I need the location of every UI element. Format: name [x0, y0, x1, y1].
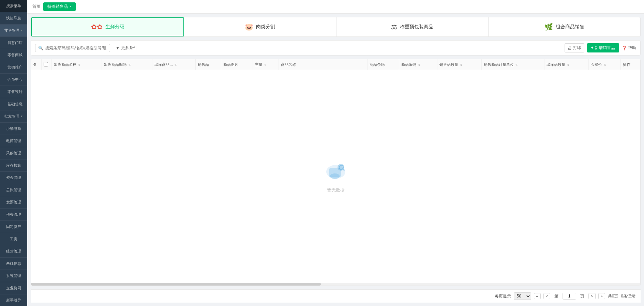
sidebar-item-label: 会员中心 [8, 77, 23, 82]
print-label: 打印 [573, 45, 581, 51]
horizontal-scrollbar[interactable] [31, 283, 640, 286]
sidebar-item-newbie-guide[interactable]: 新手引导 [0, 294, 27, 306]
filter-icon: ▼ [116, 46, 120, 50]
per-page-select[interactable]: 50 20 100 [514, 292, 531, 300]
sidebar-item-mini-ecom[interactable]: 小畅电商 [0, 123, 27, 135]
scrollbar-thumb[interactable] [31, 283, 321, 286]
sidebar-item-wages[interactable]: 工资 [0, 233, 27, 245]
sidebar-item-system-manage[interactable]: 系统管理 [0, 270, 27, 282]
arrow-icon: ▼ [20, 115, 23, 118]
th-sale-unit: 销售商品计量单位 ⇅ [482, 59, 544, 70]
page-input[interactable] [563, 293, 576, 300]
last-page-btn[interactable]: » [598, 293, 605, 299]
sidebar-logo[interactable]: 搜索菜单 [0, 0, 27, 12]
sidebar-item-label: 系统管理 [6, 273, 21, 278]
cat-tab-label: 肉类分割 [256, 24, 275, 30]
th-checkbox[interactable] [41, 59, 51, 70]
sidebar-item-retail-stats[interactable]: 零售统计 [0, 86, 27, 98]
sidebar-item-wholesale-manage[interactable]: 批发管理 ▼ [0, 110, 27, 123]
sort-icon[interactable]: ⇅ [418, 63, 420, 66]
th-main-weight: 主量 ⇅ [253, 59, 279, 70]
home-breadcrumb[interactable]: 首页 [32, 4, 41, 10]
active-tab-label: 特殊销售品 [47, 4, 68, 10]
prev-page-btn[interactable]: < [543, 293, 550, 299]
sidebar-item-inventory[interactable]: 库存核算 [0, 159, 27, 172]
help-btn[interactable]: ❓ 帮助 [622, 45, 636, 51]
sidebar-item-general-ledger[interactable]: 总账管理 [0, 184, 27, 196]
cat-tab-weigh-pack[interactable]: ⚖ 称重预包装商品 [336, 17, 489, 36]
th-source-spec: 出库商品... ⇅ [152, 59, 196, 70]
sidebar-item-label: 总账管理 [6, 187, 21, 193]
sort-icon[interactable]: ⇅ [567, 63, 569, 66]
sidebar-item-basic-info[interactable]: 基础信息 [0, 98, 27, 110]
sidebar-item-label: 库存核算 [6, 163, 21, 168]
sort-icon[interactable]: ⇅ [175, 63, 177, 66]
cat-tab-meat-cut[interactable]: 🐷 肉类分割 [184, 17, 336, 36]
sidebar-item-label: 工资 [10, 236, 17, 242]
sidebar-item-label: 发票管理 [6, 200, 21, 205]
sidebar-item-ecom-manage[interactable]: 电商管理 [0, 135, 27, 147]
sort-icon[interactable]: ⇅ [129, 63, 131, 66]
sidebar-item-retail-manage[interactable]: 零售管理 ▲ [0, 25, 27, 37]
sort-icon[interactable]: ⇅ [604, 63, 606, 66]
sidebar-item-label: 资金管理 [6, 175, 21, 180]
sidebar-item-label: 新手引导 [6, 298, 21, 303]
sidebar-item-label: 基础信息 [8, 102, 23, 107]
sidebar-item-basic-info2[interactable]: 基础信息 [0, 258, 27, 270]
sidebar-item-retail-mall[interactable]: 零售商城 [0, 49, 27, 61]
th-source-code: 出库商品编码 ⇅ [102, 59, 152, 70]
sidebar-item-label: 基础信息 [6, 261, 21, 266]
main-area: 首页 特殊销售品 × ✿✿ 生鲜分级 🐷 肉类分割 ⚖ 称重预包装商品 🌿 组合… [27, 0, 644, 306]
category-tabs: ✿✿ 生鲜分级 🐷 肉类分割 ⚖ 称重预包装商品 🌿 组合商品销售 [31, 17, 641, 37]
total-count: 0条记录 [621, 293, 635, 299]
close-tab-icon[interactable]: × [70, 5, 72, 9]
sidebar-item-fixed-assets[interactable]: 固定资产 [0, 221, 27, 233]
th-settings[interactable]: ⚙ [31, 59, 41, 70]
sort-icon[interactable]: ⇅ [264, 63, 267, 66]
th-product-code: 商品编码 ⇅ [399, 59, 437, 70]
sidebar-item-quick-nav[interactable]: 快捷导航 [0, 12, 27, 25]
cat-tab-combo-sales[interactable]: 🌿 组合商品销售 [489, 17, 640, 36]
content-area: ✿✿ 生鲜分级 🐷 肉类分割 ⚖ 称重预包装商品 🌿 组合商品销售 🔍 [27, 14, 644, 306]
first-page-btn[interactable]: « [534, 293, 541, 299]
sidebar-item-label: 智慧门店 [8, 40, 23, 45]
sort-icon[interactable]: ⇅ [78, 63, 80, 66]
cat-tab-fresh-grade[interactable]: ✿✿ 生鲜分级 [31, 17, 184, 36]
active-tab[interactable]: 特殊销售品 × [43, 2, 76, 11]
empty-text: 暂无数据 [327, 187, 345, 193]
sidebar-item-label: 税务管理 [6, 212, 21, 217]
topbar: 首页 特殊销售品 × [27, 0, 644, 14]
weigh-pack-icon: ⚖ [391, 23, 397, 31]
th-sale-qty: 销售品数量 ⇅ [437, 59, 481, 70]
sidebar-item-smart-store[interactable]: 智慧门店 [0, 37, 27, 49]
sidebar-item-label: 采购管理 [6, 151, 21, 156]
sidebar-item-corp-coop[interactable]: 企业协同 [0, 282, 27, 294]
sort-icon[interactable]: ⇅ [460, 63, 462, 66]
empty-illustration [322, 160, 349, 184]
sidebar-item-ops-manage[interactable]: 经营管理 [0, 245, 27, 258]
sidebar-item-label: 零售统计 [8, 89, 23, 94]
sidebar-item-label: 固定资产 [6, 224, 21, 229]
sidebar-item-capital[interactable]: 资金管理 [0, 172, 27, 184]
sidebar-item-purchase-manage[interactable]: 采购管理 [0, 147, 27, 159]
search-box[interactable]: 🔍 [35, 44, 110, 52]
th-out-qty: 出库品数量 ⇅ [544, 59, 588, 70]
filter-right: 🖨 打印 + 新增销售品 ❓ 帮助 [565, 43, 636, 52]
print-btn[interactable]: 🖨 打印 [565, 43, 584, 52]
sort-icon[interactable]: ⇅ [515, 63, 518, 66]
arrow-icon: ▲ [20, 29, 23, 32]
per-page-label: 每页显示 [495, 293, 511, 299]
sidebar-item-tax-manage[interactable]: 税务管理 [0, 209, 27, 221]
sidebar-item-sales-promo[interactable]: 营销推广 [0, 61, 27, 74]
search-input[interactable] [45, 46, 106, 50]
select-all-checkbox[interactable] [44, 62, 48, 66]
help-icon: ❓ [622, 46, 627, 50]
th-member-price: 会员价 ⇅ [588, 59, 620, 70]
sidebar-item-invoice-manage[interactable]: 发票管理 [0, 196, 27, 209]
search-icon: 🔍 [38, 46, 43, 50]
next-page-btn[interactable]: > [588, 293, 595, 299]
add-sale-btn[interactable]: + 新增销售品 [587, 43, 619, 52]
more-conditions-btn[interactable]: ▼ 更多条件 [113, 44, 140, 52]
filter-bar: 🔍 ▼ 更多条件 🖨 打印 + 新增销售品 ❓ 帮助 [31, 40, 641, 56]
sidebar-item-member-center[interactable]: 会员中心 [0, 74, 27, 86]
